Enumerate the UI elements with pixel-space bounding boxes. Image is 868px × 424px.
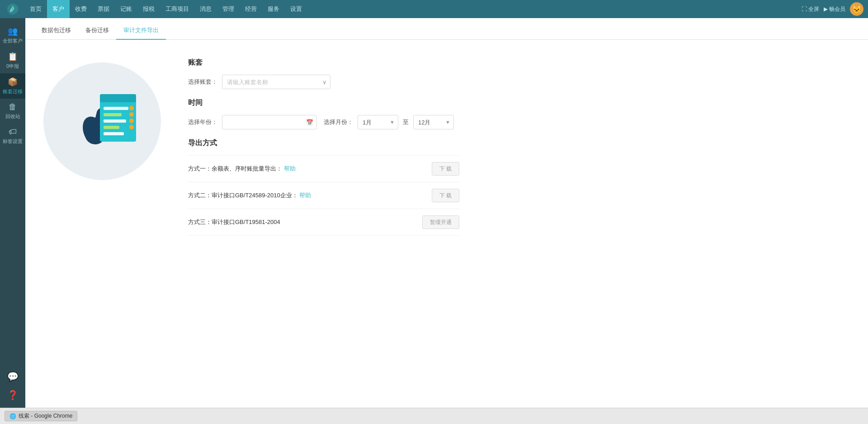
download-button-1[interactable]: 下 载 [432,162,459,176]
form-right: 账套 选择账套： ∨ 时间 选择年份： 2023 [188,53,459,236]
tab-data-migration[interactable]: 数据包迁移 [34,22,78,40]
nav-settings[interactable]: 设置 [285,0,307,18]
help-link-2[interactable]: 帮助 [299,192,311,199]
sidebar-item-all-customers[interactable]: 👥 全部客户 [0,23,25,48]
svg-rect-2 [100,94,136,102]
help-link-1[interactable]: 帮助 [284,165,296,172]
main-layout: 👥 全部客户 📋 0申报 📦 账套迁移 🗑 回收站 🏷 标签设置 💬 ❓ 数据包… [0,18,868,408]
svg-rect-5 [104,119,126,123]
month-end-select[interactable]: 1月2月3月 4月5月6月 7月8月9月 10月11月 12月 [413,115,454,129]
export-method-3: 方式三：审计接口GB/T19581-2004 暂缓开通 [188,209,459,236]
nav-bookkeeping[interactable]: 记账 [115,0,137,18]
tab-bar: 数据包迁移 备份迁移 审计文件导出 [25,18,868,40]
fullscreen-icon: ⛶ [802,6,807,12]
recycle-icon: 🗑 [9,102,17,112]
nav-invoices[interactable]: 票据 [92,0,115,18]
account-label: 选择账套： [188,78,217,86]
all-customers-icon: 👥 [8,26,18,36]
year-input[interactable]: 2023 [222,115,317,129]
premium-button-3[interactable]: 暂缓开通 [422,215,459,229]
sidebar-item-tag-settings[interactable]: 🏷 标签设置 [0,124,25,148]
export-method-2-label: 方式二：审计接口GB/T24589-2010企业： 帮助 [188,191,311,200]
zero-declare-icon: 📋 [8,52,18,62]
tab-backup-migration[interactable]: 备份迁移 [78,22,116,40]
form-container: 账套 选择账套： ∨ 时间 选择年份： 2023 [43,53,850,236]
content-area: 数据包迁移 备份迁移 审计文件导出 [25,18,868,408]
sidebar: 👥 全部客户 📋 0申报 📦 账套迁移 🗑 回收站 🏷 标签设置 💬 ❓ [0,18,25,408]
export-method-2: 方式二：审计接口GB/T24589-2010企业： 帮助 下 载 [188,182,459,209]
account-row: 选择账套： ∨ [188,75,459,89]
svg-point-9 [129,112,134,117]
sidebar-item-recycle[interactable]: 🗑 回收站 [0,99,25,124]
download-button-2[interactable]: 下 载 [432,189,459,202]
time-section-title: 时间 [188,98,459,108]
export-method-1-label: 方式一：余额表、序时账批量导出： 帮助 [188,165,296,173]
app-logo [5,1,21,17]
account-input[interactable] [222,75,330,89]
nav-messages[interactable]: 消息 [194,0,217,18]
export-method-3-label: 方式三：审计接口GB/T19581-2004 [188,218,280,226]
nav-items: 首页 客户 收费 票据 记账 报税 工商项目 消息 管理 经营 服务 设置 [24,0,802,18]
account-section-title: 账套 [188,58,459,67]
svg-point-8 [129,106,134,110]
vip-icon: ▶ [824,6,828,12]
nav-business[interactable]: 工商项目 [160,0,194,18]
time-separator: 至 [403,118,409,126]
taskbar: 🌐 线索 - Google Chrome [0,408,868,424]
vip-button[interactable]: ▶ 畅会员 [824,5,845,13]
tab-audit-export[interactable]: 审计文件导出 [116,22,166,40]
tag-settings-icon: 🏷 [9,127,17,137]
svg-point-11 [129,125,134,129]
illustration [43,62,161,180]
account-migration-icon: 📦 [8,77,18,87]
month-start-wrapper: 1月2月3月 4月5月6月 7月8月9月 10月11月12月 ▼ [358,115,398,129]
month-end-wrapper: 1月2月3月 4月5月6月 7月8月9月 10月11月 12月 ▼ [413,115,454,129]
export-methods: 方式一：余额表、序时账批量导出： 帮助 下 载 方式二：审计接口GB/T2458… [188,155,459,236]
sidebar-item-account-migration[interactable]: 📦 账套迁移 [0,73,25,99]
help-icon[interactable]: ❓ [5,387,21,403]
nav-home[interactable]: 首页 [24,0,47,18]
top-navigation: 首页 客户 收费 票据 记账 报税 工商项目 消息 管理 经营 服务 设置 ⛶ … [0,0,868,18]
chrome-icon: 🌐 [9,413,16,419]
month-start-select[interactable]: 1月2月3月 4月5月6月 7月8月9月 10月11月12月 [358,115,398,129]
nav-customers[interactable]: 客户 [47,0,70,18]
export-section-title: 导出方式 [188,138,459,148]
svg-rect-3 [104,107,128,110]
svg-rect-7 [104,132,124,135]
top-nav-right: ⛶ 全屏 ▶ 畅会员 🐱 [802,2,863,16]
year-input-wrapper: 2023 📅 [222,115,317,129]
svg-rect-4 [104,113,122,116]
year-label: 选择年份： [188,118,217,126]
svg-rect-6 [104,126,119,129]
nav-operations[interactable]: 经营 [240,0,262,18]
illustration-svg [61,76,143,167]
nav-tax[interactable]: 报税 [137,0,160,18]
fullscreen-button[interactable]: ⛶ 全屏 [802,5,819,13]
chat-icon[interactable]: 💬 [5,368,21,385]
nav-fees[interactable]: 收费 [70,0,92,18]
user-avatar[interactable]: 🐱 [850,2,863,16]
time-row: 选择年份： 2023 📅 选择月份： 1月2月3月 4月5月6月 7月8月9月 … [188,115,459,129]
sidebar-item-zero-declare[interactable]: 📋 0申报 [0,48,25,73]
account-input-wrapper: ∨ [222,75,330,89]
taskbar-chrome[interactable]: 🌐 线索 - Google Chrome [5,411,77,421]
page-content: 账套 选择账套： ∨ 时间 选择年份： 2023 [25,40,868,408]
nav-manage[interactable]: 管理 [217,0,240,18]
svg-point-10 [129,119,134,123]
sidebar-bottom: 💬 ❓ [5,368,21,408]
nav-service[interactable]: 服务 [262,0,285,18]
export-method-1: 方式一：余额表、序时账批量导出： 帮助 下 载 [188,155,459,182]
month-label: 选择月份： [321,118,353,126]
